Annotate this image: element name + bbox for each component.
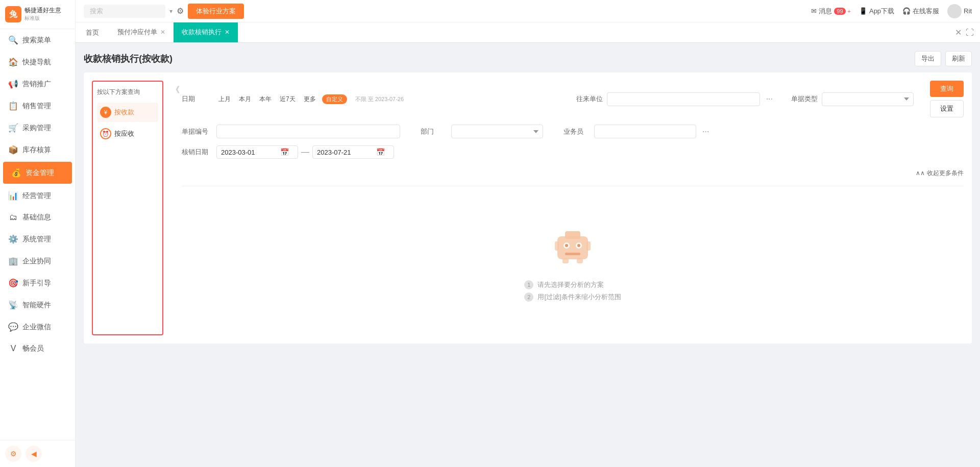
shortcut-this-year[interactable]: 本年 — [257, 94, 274, 105]
export-btn[interactable]: 导出 — [915, 51, 941, 66]
topbar-search: 搜索 — [84, 5, 165, 18]
shortcut-custom[interactable]: 自定义 — [322, 94, 347, 104]
sidebar-label-operations: 经营管理 — [22, 191, 51, 201]
tip-text-2: 用[过滤]条件来缩小分析范围 — [537, 292, 621, 302]
filter-option-by-receipt[interactable]: ¥ 按收款 — [97, 103, 158, 122]
tip-num-1: 1 — [524, 280, 533, 289]
filter-option-receivable-label: 按应收 — [114, 129, 134, 138]
salesperson-more-icon[interactable]: ··· — [700, 127, 711, 136]
sidebar-footer: ⚙ ◀ — [0, 440, 75, 467]
logo-text: 畅捷通好生意 — [24, 7, 61, 15]
topbar-right: ✉ 消息 99 + 📱 App下载 🎧 在线客服 Rit — [811, 4, 972, 18]
empty-state: 1 请先选择要分析的方案 2 用[过滤]条件来缩小分析范围 — [182, 190, 964, 335]
online-service-btn[interactable]: 🎧 在线客服 — [902, 7, 939, 16]
topbar-gear-icon[interactable]: ⚙ — [177, 6, 184, 16]
logo-badge: 标准版 — [24, 15, 61, 22]
sidebar-item-guide[interactable]: 🎯 新手引导 — [0, 272, 75, 294]
sidebar-label-member: 畅会员 — [22, 344, 44, 353]
message-btn[interactable]: ✉ 消息 99 + — [811, 7, 851, 16]
filter-form: 日期 上月 本月 本年 近7天 更多 自定义 不限 至 2023-07-26 — [182, 81, 964, 335]
tab-prepay-label: 预付冲应付单 — [117, 28, 157, 37]
tab-prepay[interactable]: 预付冲应付单 ✕ — [109, 22, 174, 42]
counterparty-more-icon[interactable]: ··· — [764, 94, 775, 104]
sidebar-label-sales: 销售管理 — [22, 102, 51, 111]
sidebar-item-inventory[interactable]: 📦 库存核算 — [0, 139, 75, 161]
sidebar-item-system[interactable]: ⚙️ 系统管理 — [0, 228, 75, 250]
sidebar-label-hardware: 智能硬件 — [22, 301, 51, 310]
sidebar-nav: 🔍 搜索菜单 🏠 快捷导航 📢 营销推广 📋 销售管理 🛒 采购管理 📦 库存核… — [0, 29, 75, 440]
collapse-more-btn[interactable]: ∧∧ 收起更多条件 — [916, 169, 964, 178]
sidebar-item-member[interactable]: V 畅会员 — [0, 338, 75, 359]
sidebar-item-sales[interactable]: 📋 销售管理 — [0, 95, 75, 117]
service-icon: 🎧 — [902, 7, 911, 15]
salesperson-input[interactable] — [594, 125, 696, 138]
sidebar-item-hardware[interactable]: 📡 智能硬件 — [0, 294, 75, 316]
settings-footer-btn[interactable]: ⚙ — [5, 446, 21, 462]
app-download-label: App下载 — [869, 7, 894, 16]
divider — [182, 186, 964, 186]
sidebar-item-finance[interactable]: 💰 资金管理 — [3, 162, 72, 184]
tip-text-1: 请先选择要分析的方案 — [537, 280, 604, 289]
svg-rect-7 — [555, 241, 559, 251]
close-tab-icon[interactable]: ✕ — [955, 28, 962, 37]
tab-receipt-writeoff[interactable]: 收款核销执行 ✕ — [174, 22, 238, 42]
logo-area: 兔 畅捷通好生意 标准版 — [0, 0, 75, 29]
sidebar-label-finance: 资金管理 — [26, 168, 54, 178]
filter-sidebar: 按以下方案查询 ¥ 按收款 ⏰ 按应收 — [92, 81, 163, 335]
department-select[interactable] — [451, 125, 543, 138]
empty-robot-illustration — [547, 221, 598, 272]
shortcut-7days[interactable]: 近7天 — [278, 94, 298, 105]
sidebar-item-enterprise[interactable]: 🏢 企业协同 — [0, 250, 75, 272]
tab-home[interactable]: 首页 — [76, 22, 109, 42]
counterparty-input[interactable] — [607, 92, 760, 106]
svg-rect-8 — [586, 241, 591, 251]
department-label: 部门 — [421, 127, 447, 136]
logo-text-group: 畅捷通好生意 标准版 — [24, 7, 61, 22]
app-download-btn[interactable]: 📱 App下载 — [859, 7, 894, 16]
industry-btn[interactable]: 体验行业方案 — [188, 4, 244, 19]
refresh-btn[interactable]: 刷新 — [945, 51, 972, 66]
page-header-actions: 导出 刷新 — [915, 51, 972, 66]
tab-prepay-close-icon[interactable]: ✕ — [160, 29, 165, 36]
collapse-panel-btn[interactable]: 《 — [172, 81, 182, 335]
writeoff-date-end-cal-icon[interactable]: 📅 — [376, 148, 385, 156]
query-btn[interactable]: 查询 — [930, 81, 964, 97]
dropdown-arrow-icon[interactable]: ▾ — [169, 8, 173, 15]
filter-option-by-receivable[interactable]: ⏰ 按应收 — [97, 124, 158, 143]
writeoff-date-end-input[interactable] — [317, 149, 373, 156]
shortcut-last-month[interactable]: 上月 — [216, 94, 233, 105]
collapse-more-area: ∧∧ 收起更多条件 — [182, 166, 964, 182]
purchase-icon: 🛒 — [8, 123, 18, 133]
receipt-option-icon: ¥ — [100, 107, 111, 118]
sidebar-item-operations[interactable]: 📊 经营管理 — [0, 185, 75, 207]
filter-row-3: 核销日期 📅 — 📅 — [182, 145, 964, 159]
guide-icon: 🎯 — [8, 278, 18, 288]
doc-no-label: 单据编号 — [182, 127, 208, 136]
shortcut-this-month[interactable]: 本月 — [237, 94, 253, 105]
user-area[interactable]: Rit — [947, 4, 972, 18]
topbar-left: 搜索 ▾ ⚙ 体验行业方案 — [84, 4, 803, 19]
writeoff-date-start-cal-icon[interactable]: 📅 — [280, 148, 289, 156]
sidebar-item-wechat[interactable]: 💬 企业微信 — [0, 316, 75, 338]
sidebar-item-quick-nav[interactable]: 🏠 快捷导航 — [0, 51, 75, 73]
writeoff-date-start-input[interactable] — [221, 149, 277, 156]
salesperson-label: 业务员 — [564, 127, 590, 136]
collapse-sidebar-btn[interactable]: ◀ — [26, 446, 42, 462]
sidebar-item-marketing[interactable]: 📢 营销推广 — [0, 73, 75, 95]
doc-no-input[interactable] — [216, 125, 400, 138]
settings-btn[interactable]: 设置 — [930, 100, 964, 117]
doc-type-select[interactable] — [822, 92, 914, 106]
shortcut-more[interactable]: 更多 — [302, 94, 318, 105]
avatar — [947, 4, 962, 18]
filter-action-buttons: 查询 设置 — [930, 81, 964, 117]
expand-tab-icon[interactable]: ⛶ — [966, 28, 974, 37]
message-label: 消息 — [819, 7, 832, 16]
tab-receipt-close-icon[interactable]: ✕ — [225, 29, 230, 36]
marketing-icon: 📢 — [8, 79, 18, 89]
writeoff-date-start-wrap: 📅 — [216, 145, 298, 159]
date-note: 不限 至 2023-07-26 — [355, 95, 404, 103]
sidebar-item-basic-info[interactable]: 🗂 基础信息 — [0, 207, 75, 228]
sidebar-label-marketing: 营销推广 — [22, 80, 51, 89]
sidebar-item-search[interactable]: 🔍 搜索菜单 — [0, 29, 75, 51]
sidebar-item-purchase[interactable]: 🛒 采购管理 — [0, 117, 75, 139]
